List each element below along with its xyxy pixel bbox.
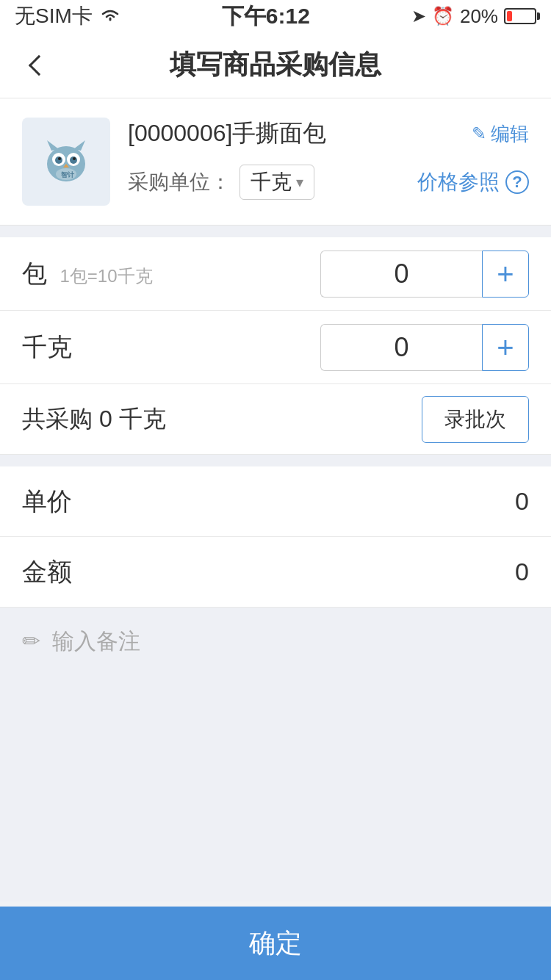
svg-marker-2	[73, 140, 85, 151]
content-area	[0, 696, 551, 901]
kg-input-row: 千克 +	[0, 311, 551, 384]
input-section: 包 1包=10千克 + 千克 +	[0, 237, 551, 384]
unit-label: 采购单位：	[128, 168, 231, 196]
bao-label: 包 1包=10千克	[22, 257, 153, 291]
bao-quantity-input[interactable]	[320, 251, 482, 298]
kg-quantity-input[interactable]	[320, 324, 482, 371]
confirm-button[interactable]: 确定	[0, 907, 551, 980]
battery-icon	[504, 8, 536, 24]
pencil-icon: ✏	[22, 628, 40, 654]
batch-button[interactable]: 录批次	[422, 396, 529, 443]
kg-label: 千克	[22, 331, 110, 364]
unit-price-label: 单价	[22, 485, 72, 519]
nav-bar: 填写商品采购信息	[0, 32, 551, 98]
location-icon: ➤	[411, 6, 426, 26]
status-icons: ➤ ⏰ 20%	[411, 5, 536, 28]
unit-price-value: 0	[515, 487, 529, 516]
price-section: 单价 0 金额 0	[0, 466, 551, 608]
product-info: [0000006]手撕面包 ✎ 编辑 采购单位： 千克 ▾ 价格参照 ?	[128, 118, 529, 200]
kg-input-right: +	[320, 324, 529, 371]
confirm-label: 确定	[249, 926, 302, 962]
amount-label: 金额	[22, 555, 72, 589]
price-ref-label: 价格参照	[417, 168, 500, 196]
owl-logo-icon: 智计	[37, 136, 96, 187]
section-divider-1	[0, 226, 551, 237]
bao-sub-label: 1包=10千克	[60, 266, 152, 286]
price-ref-button[interactable]: 价格参照 ?	[417, 168, 529, 196]
carrier-text: 无SIM卡	[15, 2, 93, 30]
svg-marker-1	[47, 140, 59, 151]
kg-plus-button[interactable]: +	[482, 324, 529, 371]
summary-text: 共采购 0 千克	[22, 403, 166, 436]
help-icon: ?	[505, 170, 529, 194]
product-image: 智计	[22, 118, 110, 206]
amount-row: 金额 0	[0, 537, 551, 608]
remark-section[interactable]: ✏ 输入备注	[0, 608, 551, 696]
amount-value: 0	[515, 558, 529, 586]
status-time: 下午6:12	[222, 1, 310, 32]
back-button[interactable]	[0, 32, 66, 98]
alarm-icon: ⏰	[432, 6, 454, 26]
section-divider-2	[0, 455, 551, 466]
battery-pct: 20%	[460, 5, 498, 28]
status-carrier: 无SIM卡	[15, 2, 120, 30]
edit-label: 编辑	[491, 121, 529, 147]
bao-plus-button[interactable]: +	[482, 251, 529, 298]
back-arrow-icon	[28, 54, 48, 75]
product-name: [0000006]手撕面包	[128, 118, 326, 150]
edit-button[interactable]: ✎ 编辑	[472, 121, 529, 147]
wifi-icon	[100, 4, 120, 28]
edit-icon: ✎	[472, 123, 486, 144]
svg-point-8	[73, 157, 76, 160]
page-title: 填写商品采购信息	[170, 47, 381, 83]
bao-input-right: +	[320, 251, 529, 298]
bao-input-row: 包 1包=10千克 +	[0, 237, 551, 311]
svg-point-7	[58, 157, 61, 160]
dropdown-arrow-icon: ▾	[296, 173, 303, 191]
product-card: 智计 [0000006]手撕面包 ✎ 编辑 采购单位： 千克 ▾ 价格参照	[0, 98, 551, 226]
status-bar: 无SIM卡 下午6:12 ➤ ⏰ 20%	[0, 0, 551, 32]
unit-price-row: 单价 0	[0, 466, 551, 537]
unit-select[interactable]: 千克 ▾	[240, 165, 314, 200]
summary-row: 共采购 0 千克 录批次	[0, 384, 551, 455]
remark-placeholder: 输入备注	[52, 627, 140, 657]
svg-text:智计: 智计	[60, 171, 75, 179]
unit-value: 千克	[251, 168, 292, 196]
